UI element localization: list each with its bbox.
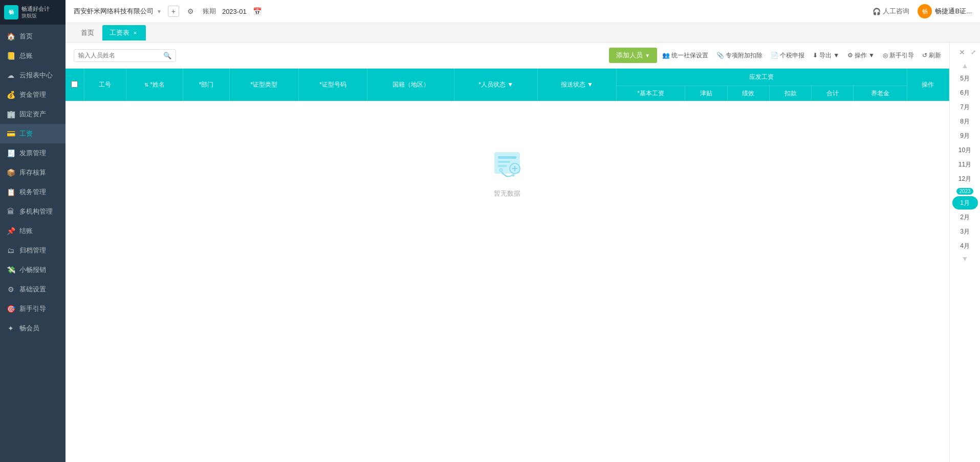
nav-icon-expense: 💸 [6, 266, 15, 274]
operations-arrow: ▼ [868, 52, 875, 59]
sidebar-item-home[interactable]: 🏠首页 [0, 27, 66, 46]
nav-label-cloud-report: 云报表中心 [19, 71, 53, 80]
add-company-button[interactable]: + [168, 6, 179, 17]
month-item-1[interactable]: 1月 [952, 196, 978, 209]
th-performance: 绩效 [727, 86, 769, 101]
tab-close-icon[interactable]: × [132, 29, 139, 36]
th-cert-type: *证型类型 [230, 69, 299, 101]
svg-rect-1 [498, 156, 516, 159]
month-item-8[interactable]: 8月 [952, 115, 978, 128]
salary-table: 工号 ⇅ *姓名 *部门 *证型类型 *证型号码 国籍（地区） *人员状态 ▼ [66, 69, 949, 239]
svg-point-8 [512, 174, 514, 176]
main-area: 西安虾米网络科技有限公司 ▼ + ⚙ 账期 2023-01 📅 🎧 人工咨询 畅… [66, 0, 980, 462]
special-deduction-button[interactable]: 📎 专项附加扣除 [716, 51, 763, 60]
month-item-4[interactable]: 4月 [952, 239, 978, 253]
main-panel: 🔍 添加人员 ▼ 👥 统一社保设置 📎 专项附加扣除 [66, 43, 949, 462]
company-name: 西安虾米网络科技有限公司 [74, 7, 154, 16]
add-person-button[interactable]: 添加人员 ▼ [609, 48, 657, 63]
nav-label-multi-org: 多机构管理 [19, 207, 53, 216]
th-total: 合计 [812, 86, 854, 101]
month-item-3[interactable]: 3月 [952, 225, 978, 238]
th-allowance: 津贴 [685, 86, 727, 101]
month-item-6[interactable]: 6月 [952, 86, 978, 99]
th-name: ⇅ *姓名 [126, 69, 183, 101]
sort-icon: ⇅ [144, 82, 148, 88]
month-item-5[interactable]: 5月 [952, 72, 978, 85]
sidebar-item-fund[interactable]: 💰资金管理 [0, 85, 66, 104]
month-item-11[interactable]: 11月 [952, 158, 978, 171]
operations-icon: ⚙ [847, 52, 853, 59]
refresh-label: 刷新 [929, 51, 941, 60]
refresh-button[interactable]: ↺ 刷新 [922, 51, 941, 60]
sidebar-item-multi-org[interactable]: 🏛多机构管理 [0, 202, 66, 221]
right-panel: ✕ ⤢ ▲ 5月 6月 7月 8月 9月 10月 11月 12月 2023 1月… [949, 43, 980, 462]
month-item-12[interactable]: 12月 [952, 172, 978, 185]
nav-icon-close: 📌 [6, 227, 15, 235]
sidebar-nav: 🏠首页📒总账☁云报表中心💰资金管理🏢固定资产💳工资🧾发票管理📦库存核算📋税务管理… [0, 25, 66, 462]
nav-icon-salary: 💳 [6, 130, 15, 138]
th-dept: *部门 [183, 69, 230, 101]
logo-icon: 畅 [4, 5, 18, 19]
export-icon: ⬇ [813, 52, 818, 59]
sidebar-item-invoice[interactable]: 🧾发票管理 [0, 143, 66, 163]
nav-label-inventory: 库存核算 [19, 168, 46, 177]
tax-report-label: 个税申报 [780, 51, 804, 60]
search-input[interactable] [78, 52, 160, 59]
sidebar: 畅 畅通好会计 旗舰版 🏠首页📒总账☁云报表中心💰资金管理🏢固定资产💳工资🧾发票… [0, 0, 66, 462]
expand-panel-button[interactable]: ⤢ [969, 48, 978, 57]
sidebar-item-inventory[interactable]: 📦库存核算 [0, 163, 66, 182]
search-icon[interactable]: 🔍 [163, 52, 171, 59]
sidebar-item-cloud-report[interactable]: ☁云报表中心 [0, 66, 66, 85]
sidebar-logo: 畅 畅通好会计 旗舰版 [0, 0, 66, 25]
scroll-down-button[interactable]: ▼ [960, 253, 970, 264]
svg-rect-2 [498, 161, 510, 163]
tab-salary-label: 工资表 [110, 28, 129, 37]
tax-report-button[interactable]: 📄 个税申报 [771, 51, 804, 60]
service-button[interactable]: 🎧 人工咨询 [873, 7, 909, 16]
select-all-checkbox[interactable] [71, 81, 78, 88]
tab-home[interactable]: 首页 [74, 25, 101, 40]
sidebar-item-member[interactable]: ✦畅会员 [0, 319, 66, 338]
user-area[interactable]: 畅 畅捷通B证... [918, 4, 972, 18]
sidebar-item-salary[interactable]: 💳工资 [0, 124, 66, 143]
operations-button[interactable]: ⚙ 操作 ▼ [847, 51, 875, 60]
month-item-10[interactable]: 10月 [952, 143, 978, 157]
company-selector[interactable]: 西安虾米网络科技有限公司 ▼ [74, 7, 162, 16]
nav-label-invoice: 发票管理 [19, 149, 46, 158]
right-panel-header: ✕ ⤢ [950, 45, 980, 60]
calendar-icon[interactable]: 📅 [253, 7, 262, 15]
nav-icon-fund: 💰 [6, 91, 15, 99]
social-security-button[interactable]: 👥 统一社保设置 [662, 51, 708, 60]
month-item-9[interactable]: 9月 [952, 129, 978, 142]
sidebar-item-archive[interactable]: 🗂归档管理 [0, 241, 66, 260]
sidebar-item-ledger[interactable]: 📒总账 [0, 46, 66, 66]
month-item-2[interactable]: 2月 [952, 211, 978, 224]
nav-label-settings: 基础设置 [19, 285, 46, 294]
nav-label-salary: 工资 [19, 129, 33, 138]
sidebar-item-settings[interactable]: ⚙基础设置 [0, 280, 66, 299]
add-person-label: 添加人员 [616, 51, 643, 60]
export-button[interactable]: ⬇ 导出 ▼ [813, 51, 839, 60]
tab-salary[interactable]: 工资表 × [102, 25, 146, 40]
sidebar-item-close[interactable]: 📌结账 [0, 221, 66, 241]
tab-home-label: 首页 [81, 28, 94, 37]
sidebar-item-fixed-assets[interactable]: 🏢固定资产 [0, 104, 66, 124]
new-guide-label: 新手引导 [889, 51, 914, 60]
sidebar-item-tax[interactable]: 📋税务管理 [0, 182, 66, 202]
top-bar: 西安虾米网络科技有限公司 ▼ + ⚙ 账期 2023-01 📅 🎧 人工咨询 畅… [66, 0, 980, 23]
nav-icon-settings: ⚙ [6, 285, 15, 293]
settings-icon[interactable]: ⚙ [185, 6, 197, 17]
th-payroll-group: 应发工资 [616, 69, 907, 86]
sidebar-item-expense[interactable]: 💸小畅报销 [0, 260, 66, 280]
scroll-up-button[interactable]: ▲ [960, 60, 970, 71]
th-checkbox[interactable] [66, 69, 84, 101]
nav-icon-inventory: 📦 [6, 169, 15, 177]
month-item-7[interactable]: 7月 [952, 100, 978, 114]
sidebar-item-guide[interactable]: 🎯新手引导 [0, 299, 66, 319]
report-filter-icon[interactable]: ▼ [587, 81, 593, 88]
nav-icon-archive: 🗂 [6, 246, 15, 255]
logo-name: 畅通好会计 [21, 5, 50, 12]
new-guide-button[interactable]: ◎ 新手引导 [883, 51, 914, 60]
filter-icon[interactable]: ▼ [507, 81, 513, 88]
close-panel-button[interactable]: ✕ [957, 48, 967, 57]
